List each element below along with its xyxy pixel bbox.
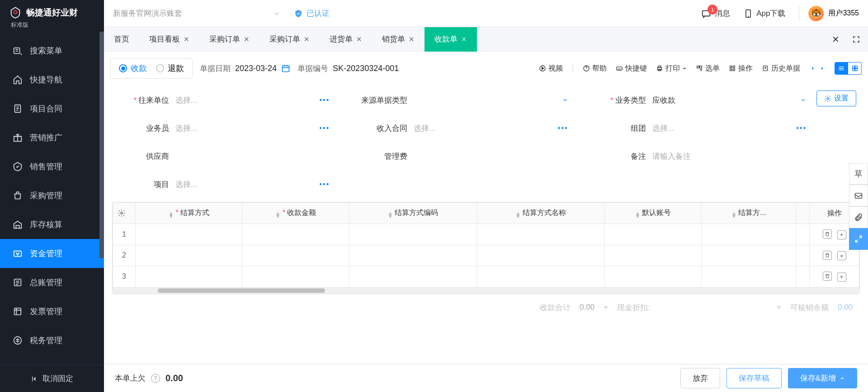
sidebar-item-project-contract[interactable]: 项目合同 [0, 94, 104, 123]
rail-attachment[interactable] [849, 206, 868, 228]
account-selector[interactable]: 新服务官网演示账套 [113, 5, 280, 21]
sidebar-item-inventory[interactable]: 库存核算 [0, 210, 104, 239]
calendar-icon[interactable] [281, 64, 290, 73]
video-link[interactable]: 视频 [539, 64, 563, 73]
svg-rect-14 [617, 67, 622, 70]
history-link[interactable]: 历史单据 [762, 64, 800, 73]
supplier-input[interactable] [175, 148, 330, 165]
view-grid[interactable] [848, 62, 862, 75]
mgmt-fee-input[interactable] [413, 148, 569, 165]
menu-label: 总账管理 [30, 277, 62, 288]
rail-inbox[interactable] [849, 185, 868, 206]
source-type-input[interactable] [413, 91, 569, 109]
tab-label: 采购订单 [269, 34, 300, 44]
select-bill-link[interactable]: 选单 [696, 64, 720, 73]
close-icon[interactable]: ✕ [356, 35, 362, 43]
svg-rect-11 [283, 66, 289, 72]
close-icon[interactable]: ✕ [184, 35, 189, 43]
app-download-button[interactable]: App下载 [744, 8, 785, 19]
more-icon[interactable]: ••• [796, 124, 807, 132]
delete-row-icon[interactable] [823, 272, 832, 281]
col-settlement-name[interactable]: ▲▼结算方式名称 [477, 203, 605, 224]
tab-inbound[interactable]: 进货单✕ [320, 27, 372, 52]
col-settlement-etc[interactable]: ▲▼结算方... [702, 203, 796, 224]
tab-sales-order[interactable]: 销货单✕ [372, 27, 425, 52]
sidebar-item-tax[interactable]: 税务管理 [0, 326, 104, 355]
sidebar-item-sales[interactable]: 销售管理 [0, 152, 104, 181]
tab-project-board[interactable]: 项目看板✕ [139, 27, 199, 52]
col-receipt-amount[interactable]: ▲▼*收款金额 [242, 203, 349, 224]
more-icon[interactable]: ••• [320, 180, 330, 188]
col-settlement-code[interactable]: ▲▼结算方式编码 [349, 203, 477, 224]
delete-row-icon[interactable] [823, 251, 832, 260]
prev-icon[interactable] [809, 65, 816, 72]
tab-purchase-order-2[interactable]: 采购订单✕ [259, 27, 320, 52]
sidebar-item-invoice[interactable]: 发票管理 [0, 297, 104, 326]
sidebar-item-marketing[interactable]: 营销推广 [0, 123, 104, 152]
income-contract-input[interactable]: 选择...••• [413, 120, 569, 137]
close-icon[interactable]: ✕ [409, 35, 415, 43]
sidebar-item-finance[interactable]: 资金管理 [0, 239, 104, 268]
more-icon[interactable]: ••• [320, 124, 330, 132]
table-settings-header[interactable] [113, 203, 136, 224]
biz-type-input[interactable]: 应收款 [651, 91, 807, 109]
add-row-icon[interactable]: + [837, 230, 846, 239]
close-all-tabs[interactable]: ✕ [829, 33, 842, 46]
sidebar-item-ledger[interactable]: 总账管理 [0, 268, 104, 297]
svg-point-29 [827, 98, 829, 100]
salesman-input[interactable]: 选择...••• [175, 120, 330, 137]
more-icon[interactable]: ••• [320, 96, 330, 104]
menu-label: 搜索菜单 [30, 45, 62, 56]
help-icon[interactable]: ? [151, 374, 160, 383]
view-list[interactable] [835, 62, 848, 75]
operate-link[interactable]: 操作 [729, 64, 753, 73]
rail-draft[interactable]: 草 [849, 163, 868, 185]
add-row-icon[interactable]: + [837, 272, 846, 282]
hotkey-link[interactable]: 快捷键 [616, 64, 647, 73]
close-icon[interactable]: ✕ [244, 35, 250, 43]
sidebar-unpin[interactable]: 取消固定 [0, 365, 104, 392]
gift-icon [13, 133, 23, 143]
customer-input[interactable]: 选择...••• [175, 91, 330, 109]
sort-icon: ▲▼ [635, 212, 640, 218]
bill-date-field[interactable]: 单据日期 2023-03-24 [200, 63, 290, 74]
chevron-down-icon [273, 10, 280, 17]
radio-receive[interactable]: 收款 [119, 63, 147, 74]
close-icon[interactable]: ✕ [461, 35, 467, 43]
save-draft-button[interactable]: 保存草稿 [726, 368, 782, 388]
tab-receipt[interactable]: 收款单✕ [425, 27, 477, 52]
print-link[interactable]: 打印 [656, 64, 687, 73]
remark-input[interactable]: 请输入备注 [651, 148, 807, 165]
sidebar-item-search[interactable]: 搜索菜单 [0, 36, 104, 65]
rail-expand[interactable] [849, 228, 868, 250]
table-row[interactable]: 2+ [113, 245, 859, 266]
close-icon[interactable]: ✕ [304, 35, 310, 43]
abandon-button[interactable]: 放弃 [680, 368, 720, 388]
help-link[interactable]: 帮助 [583, 64, 607, 73]
table-row[interactable]: 1+ [113, 224, 859, 245]
settings-button[interactable]: 设置 [816, 91, 856, 106]
more-icon[interactable]: ••• [558, 124, 568, 132]
table-row[interactable]: 3+ [113, 266, 859, 287]
table-h-scrollbar[interactable] [113, 287, 859, 294]
project-input[interactable]: 选择...••• [175, 176, 330, 193]
fullscreen-toggle[interactable] [850, 33, 863, 46]
next-icon[interactable] [819, 65, 826, 72]
col-settlement-method[interactable]: ▲▼*结算方式 [136, 203, 242, 224]
chevron-down-icon [562, 97, 568, 103]
tab-purchase-order-1[interactable]: 采购订单✕ [199, 27, 259, 52]
sidebar-scrollbar[interactable] [99, 32, 104, 258]
sidebar-item-quicknav[interactable]: 快捷导航 [0, 65, 104, 94]
group-input[interactable]: 选择...••• [651, 120, 807, 137]
save-new-button[interactable]: 保存&新增 [788, 368, 857, 388]
tab-home[interactable]: 首页 [104, 27, 139, 52]
date-value: 2023-03-24 [235, 64, 277, 73]
field-group: 组团 选择...••• [596, 120, 807, 137]
delete-row-icon[interactable] [823, 229, 832, 239]
col-default-account[interactable]: ▲▼默认账号 [604, 203, 702, 224]
messages-button[interactable]: 1 消息 [701, 8, 730, 19]
add-row-icon[interactable]: + [837, 251, 846, 260]
radio-refund[interactable]: 退款 [156, 63, 184, 74]
sidebar-item-purchase[interactable]: 采购管理 [0, 181, 104, 210]
user-menu[interactable]: 🐯 用户3355 [799, 6, 859, 21]
